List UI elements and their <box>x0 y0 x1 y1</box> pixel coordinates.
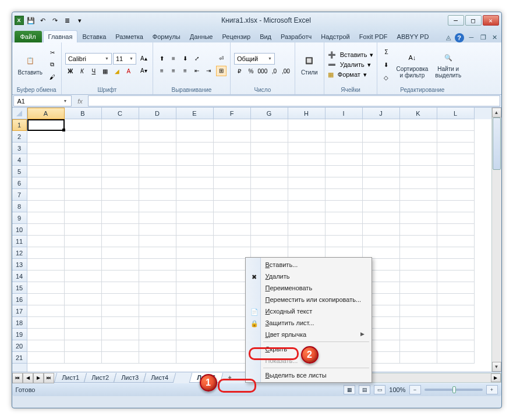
cell[interactable] <box>176 270 214 282</box>
styles-button[interactable]: 🔲 Стили <box>299 53 320 77</box>
cell[interactable] <box>400 305 437 317</box>
cell[interactable] <box>363 201 400 212</box>
cell[interactable] <box>27 305 65 317</box>
cell[interactable] <box>176 282 214 294</box>
borders-icon[interactable]: ▦ <box>100 66 111 77</box>
cell[interactable] <box>437 259 475 270</box>
cell[interactable] <box>27 119 65 131</box>
row-header[interactable]: 9 <box>12 212 27 224</box>
cell[interactable] <box>214 119 251 131</box>
cell[interactable] <box>139 189 176 201</box>
tab-view[interactable]: Вид <box>255 31 276 42</box>
cells-delete-button[interactable]: ➖ Удалить ▾ <box>328 61 374 69</box>
cell[interactable] <box>437 317 475 329</box>
cell[interactable] <box>27 143 65 154</box>
cell[interactable] <box>437 166 475 177</box>
align-center-icon[interactable]: ≡ <box>168 66 179 76</box>
cell[interactable] <box>27 352 65 364</box>
cell[interactable] <box>363 143 400 154</box>
zoom-slider[interactable] <box>424 389 483 391</box>
sheet-nav-last-icon[interactable]: ⏭ <box>44 373 54 383</box>
cell[interactable] <box>102 270 139 282</box>
scroll-up-icon[interactable]: ▲ <box>492 108 501 118</box>
font-name-select[interactable]: Calibri▼ <box>65 53 112 65</box>
cell[interactable] <box>400 131 437 143</box>
copy-icon[interactable]: ⧉ <box>47 59 58 70</box>
cell[interactable] <box>65 305 102 317</box>
cell[interactable] <box>214 212 251 224</box>
context-menu-item[interactable]: Вставить... <box>247 259 370 270</box>
cell[interactable] <box>139 282 176 294</box>
cell[interactable] <box>27 131 65 143</box>
cell[interactable] <box>437 189 475 201</box>
cell[interactable] <box>214 177 251 189</box>
cell[interactable] <box>27 317 65 329</box>
cell[interactable] <box>326 236 363 247</box>
scroll-down-icon[interactable]: ▼ <box>492 362 501 372</box>
qat-customize-icon[interactable]: ▾ <box>75 15 85 26</box>
row-header[interactable]: 18 <box>12 317 27 329</box>
cell[interactable] <box>400 317 437 329</box>
cell[interactable] <box>363 236 400 247</box>
cell[interactable] <box>288 143 326 154</box>
cell[interactable] <box>139 201 176 212</box>
cell[interactable] <box>65 282 102 294</box>
cell[interactable] <box>65 166 102 177</box>
row-header[interactable]: 17 <box>12 305 27 317</box>
currency-icon[interactable]: ₽ <box>234 66 245 77</box>
cell[interactable] <box>437 236 475 247</box>
row-header[interactable]: 5 <box>12 166 27 177</box>
cells-format-button[interactable]: ▦ Формат ▾ <box>328 71 374 79</box>
cell[interactable] <box>288 177 326 189</box>
doc-close-icon[interactable]: ✕ <box>490 32 500 42</box>
clear-icon[interactable]: ◇ <box>381 72 391 83</box>
row-header[interactable]: 6 <box>12 177 27 189</box>
row-header[interactable]: 16 <box>12 294 27 305</box>
cell[interactable] <box>102 143 139 154</box>
cell[interactable] <box>251 154 288 166</box>
cell[interactable] <box>176 177 214 189</box>
cell[interactable] <box>176 166 214 177</box>
cell[interactable] <box>363 212 400 224</box>
row-header[interactable]: 20 <box>12 340 27 352</box>
cell[interactable] <box>400 236 437 247</box>
cell[interactable] <box>102 177 139 189</box>
view-normal-icon[interactable]: ▦ <box>344 385 355 394</box>
context-menu-item[interactable]: Переместить или скопировать... <box>247 294 370 305</box>
cell[interactable] <box>27 340 65 352</box>
cell[interactable] <box>437 352 475 364</box>
cell[interactable] <box>437 340 475 352</box>
sort-filter-button[interactable]: A↓ Сортировка и фильтр <box>394 49 430 80</box>
cell[interactable] <box>251 177 288 189</box>
cell[interactable] <box>27 166 65 177</box>
cell[interactable] <box>400 270 437 282</box>
cell[interactable] <box>326 143 363 154</box>
cell[interactable] <box>102 154 139 166</box>
cell[interactable] <box>363 189 400 201</box>
cell[interactable] <box>65 189 102 201</box>
cell[interactable] <box>139 294 176 305</box>
cell[interactable] <box>176 247 214 259</box>
cell[interactable] <box>363 166 400 177</box>
cell[interactable] <box>27 201 65 212</box>
cell[interactable] <box>363 177 400 189</box>
cell[interactable] <box>214 143 251 154</box>
row-header[interactable]: 7 <box>12 189 27 201</box>
cell[interactable] <box>102 119 139 131</box>
cell[interactable] <box>102 305 139 317</box>
cell[interactable] <box>437 201 475 212</box>
formula-bar[interactable] <box>88 95 500 106</box>
cell[interactable] <box>176 154 214 166</box>
file-tab[interactable]: Файл <box>15 31 42 42</box>
cell[interactable] <box>139 177 176 189</box>
tab-insert[interactable]: Вставка <box>77 31 111 42</box>
cell[interactable] <box>400 294 437 305</box>
align-left-icon[interactable]: ≡ <box>157 66 167 76</box>
column-header[interactable]: G <box>251 108 288 119</box>
cell[interactable] <box>400 259 437 270</box>
cell[interactable] <box>27 282 65 294</box>
cell[interactable] <box>102 329 139 340</box>
cell[interactable] <box>176 119 214 131</box>
indent-dec-icon[interactable]: ⇤ <box>192 66 202 76</box>
cell[interactable] <box>139 317 176 329</box>
